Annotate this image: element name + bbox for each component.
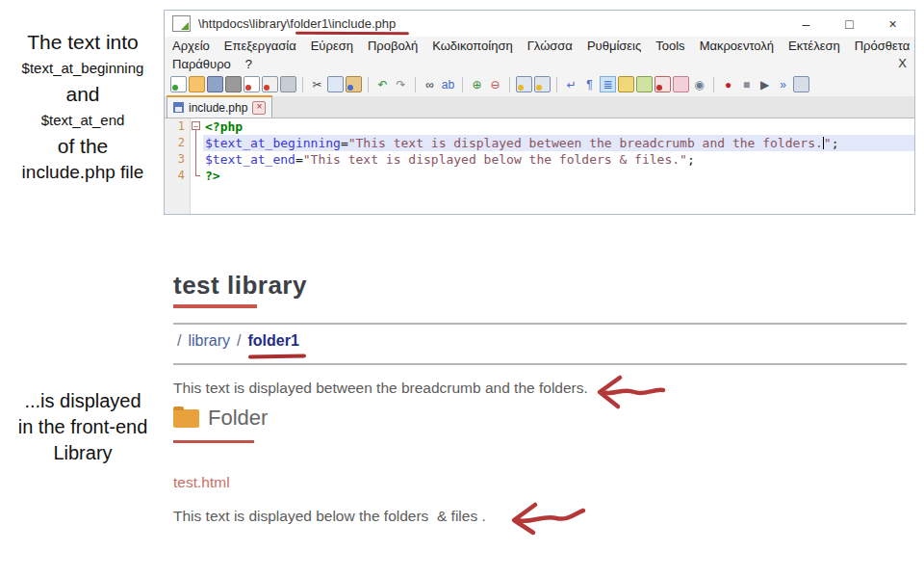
folder-icon bbox=[173, 409, 199, 428]
menu-item[interactable]: Tools bbox=[655, 39, 684, 53]
macro-record-icon[interactable]: ● bbox=[720, 76, 736, 92]
macro-play-icon[interactable]: ▶ bbox=[757, 76, 773, 92]
code-token: = bbox=[341, 136, 348, 150]
menu-item[interactable]: Πρόσθετα bbox=[855, 39, 911, 53]
annotation-line: of the bbox=[0, 133, 166, 159]
file-link-test-html[interactable]: test.html bbox=[173, 474, 230, 491]
preview-icon[interactable]: ◉ bbox=[691, 76, 707, 92]
code-token: " bbox=[824, 136, 832, 150]
red-underline-annotation-title bbox=[295, 32, 409, 36]
find-icon[interactable]: ∞ bbox=[422, 76, 438, 92]
macro-stop-icon[interactable]: ■ bbox=[738, 76, 755, 92]
menu-item[interactable]: Εύρεση bbox=[311, 39, 353, 53]
line-number: 2 bbox=[165, 135, 190, 151]
print-icon[interactable] bbox=[280, 76, 296, 92]
paste-icon[interactable] bbox=[346, 76, 362, 92]
annotation-top: The text into$text_at_beginningand$text_… bbox=[0, 29, 166, 185]
folder-design-underline bbox=[173, 440, 254, 443]
toolbar-separator bbox=[556, 77, 557, 92]
save-all-icon[interactable] bbox=[225, 76, 242, 92]
folder-label: Folder bbox=[208, 406, 268, 431]
menu-item[interactable]: Ρυθμίσεις bbox=[587, 39, 641, 53]
sync-scroll-horizontal-icon[interactable] bbox=[534, 76, 551, 92]
fold-marker[interactable] bbox=[190, 135, 203, 151]
save-icon[interactable] bbox=[207, 76, 223, 92]
annotation-line: include.php file bbox=[0, 159, 166, 185]
close-document-x[interactable]: X bbox=[898, 56, 907, 70]
copy-icon[interactable] bbox=[327, 76, 344, 92]
code-line[interactable]: 3$text_at_end="This text is displayed be… bbox=[165, 151, 914, 168]
tab-close-icon[interactable]: × bbox=[252, 101, 266, 115]
titlebar[interactable]: \httpdocs\library\folder1\include.php – … bbox=[165, 11, 914, 37]
annotation-line: ...is displayed bbox=[0, 388, 166, 414]
text-below-folders-and-files: This text is displayed below the folders… bbox=[173, 508, 486, 525]
menu-item[interactable]: ? bbox=[245, 57, 252, 71]
redo-icon[interactable]: ↷ bbox=[393, 76, 409, 92]
undo-icon[interactable]: ↶ bbox=[374, 76, 391, 92]
breadcrumb-folder1[interactable]: folder1 bbox=[247, 332, 298, 350]
close-button[interactable]: × bbox=[871, 11, 914, 37]
function-list-icon[interactable] bbox=[618, 76, 634, 92]
menu-item[interactable]: Εκτέλεση bbox=[788, 39, 840, 53]
code-token: "This text is displayed below the folder… bbox=[303, 152, 687, 167]
new-file-icon[interactable] bbox=[170, 76, 187, 92]
line-number: 3 bbox=[165, 151, 190, 168]
replace-icon[interactable]: ab bbox=[440, 76, 456, 92]
toolbar-separator bbox=[302, 77, 303, 92]
code-text: $text_at_beginning="This text is display… bbox=[203, 135, 914, 151]
menu-item[interactable]: Προβολή bbox=[368, 39, 418, 53]
document-map-icon[interactable] bbox=[636, 76, 653, 92]
menu-item[interactable]: Παράθυρο bbox=[172, 57, 231, 71]
menu-item[interactable]: Αρχείο bbox=[172, 39, 210, 53]
zoom-out-icon[interactable]: ⊖ bbox=[487, 76, 503, 92]
annotation-line: Library bbox=[0, 440, 166, 466]
saved-document-icon bbox=[173, 102, 184, 113]
menu-item[interactable]: Κωδικοποίηση bbox=[432, 39, 513, 53]
close-doc-icon[interactable] bbox=[244, 76, 260, 92]
folder-as-workspace-icon[interactable] bbox=[673, 76, 689, 92]
open-folder-icon[interactable] bbox=[189, 76, 205, 92]
zoom-in-icon[interactable]: ⊕ bbox=[469, 76, 485, 92]
annotation-bottom: ...is displayedin the front-endLibrary bbox=[0, 388, 166, 466]
menu-item[interactable]: Γλώσσα bbox=[527, 39, 573, 53]
fold-marker[interactable] bbox=[190, 168, 203, 184]
macro-run-multiple-icon[interactable]: » bbox=[775, 76, 791, 92]
code-line[interactable]: 4?> bbox=[165, 168, 914, 184]
toolbar-separator bbox=[462, 77, 463, 92]
library-page-title: test library bbox=[173, 271, 307, 301]
toolbar: ✂↶↷∞ab⊕⊖↵¶≣◉●■▶» bbox=[165, 72, 914, 96]
tab-label: include.php bbox=[189, 101, 247, 115]
code-editor[interactable]: 1<?php2$text_at_beginning="This text is … bbox=[165, 118, 914, 214]
breadcrumb-library[interactable]: library bbox=[188, 332, 230, 350]
menu-item[interactable]: Μακροεντολή bbox=[700, 39, 774, 53]
indent-guide-icon[interactable]: ≣ bbox=[600, 76, 616, 92]
fold-marker[interactable] bbox=[190, 151, 203, 168]
tab-bar: include.php × bbox=[165, 96, 914, 118]
show-all-characters-icon[interactable]: ¶ bbox=[581, 76, 598, 92]
sync-scroll-vertical-icon[interactable] bbox=[516, 76, 532, 92]
code-line[interactable]: 1<?php bbox=[165, 118, 914, 135]
toolbar-separator bbox=[713, 77, 714, 92]
icon-dot bbox=[518, 85, 524, 91]
code-token: "This text is displayed between the brea… bbox=[348, 136, 823, 150]
code-token: ; bbox=[687, 152, 695, 167]
menu-item[interactable]: Επεξεργασία bbox=[224, 39, 296, 53]
icon-dot bbox=[245, 85, 251, 91]
close-all-icon[interactable] bbox=[262, 76, 278, 92]
macro-save-icon[interactable] bbox=[793, 76, 809, 92]
cut-icon[interactable]: ✂ bbox=[309, 76, 325, 92]
code-line[interactable]: 2$text_at_beginning="This text is displa… bbox=[165, 135, 914, 151]
code-token: $text_at_end bbox=[205, 152, 295, 167]
word-wrap-icon[interactable]: ↵ bbox=[563, 76, 579, 92]
minimize-button[interactable]: – bbox=[784, 11, 828, 37]
maximize-button[interactable]: □ bbox=[828, 11, 871, 37]
document-switcher-icon[interactable] bbox=[654, 76, 671, 92]
fold-marker[interactable] bbox=[190, 118, 203, 135]
red-arrow-annotation bbox=[507, 496, 588, 538]
red-underline-annotation-folder1 bbox=[248, 354, 306, 358]
tab-include-php[interactable]: include.php × bbox=[167, 95, 272, 118]
toolbar-separator bbox=[368, 77, 369, 92]
folder-item[interactable]: Folder bbox=[173, 406, 268, 431]
toolbar-separator bbox=[509, 77, 510, 92]
annotation-line: The text into bbox=[0, 29, 166, 55]
